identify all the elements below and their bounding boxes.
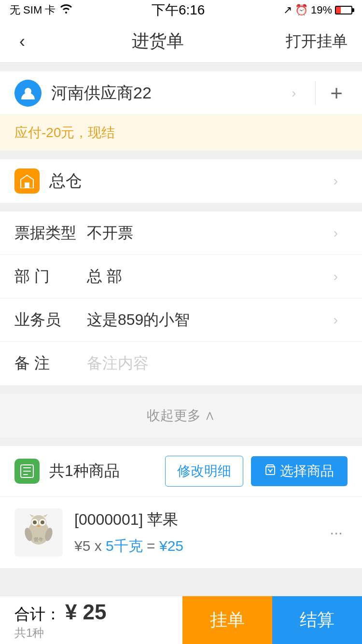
total-label: 合计： — [14, 605, 61, 623]
cart-icon — [265, 463, 276, 479]
supplier-row[interactable]: 河南供应商22 › + — [0, 71, 362, 115]
price-equals: = — [147, 538, 159, 554]
department-label: 部 门 — [14, 266, 82, 287]
select-product-label: 选择商品 — [280, 462, 334, 480]
status-right: ↗ ⏰ 19% — [283, 4, 352, 16]
warehouse-chevron-icon: › — [334, 173, 338, 189]
product-thumbnail: 督牛 — [14, 508, 63, 557]
invoice-type-label: 票据类型 — [14, 223, 82, 244]
location-icon: ↗ — [283, 4, 292, 16]
checkout-button[interactable]: 结算 — [272, 596, 362, 644]
svg-marker-14 — [43, 514, 48, 517]
form-section: 票据类型 不开票 › 部 门 总 部 › 业务员 这是859的小智 › 备 注 … — [0, 211, 362, 385]
back-button[interactable]: ‹ — [14, 27, 30, 56]
wifi-icon — [59, 4, 73, 16]
remark-value: 备注内容 — [82, 353, 348, 374]
products-count: 共1种商品 — [49, 461, 165, 482]
total-section: 合计： ¥ 25 共1种 — [0, 600, 182, 641]
status-bar: 无 SIM 卡 下午6:16 ↗ ⏰ 19% — [0, 0, 362, 20]
supplier-alert: 应付-20元，现结 — [0, 115, 362, 151]
product-info: [0000001] 苹果 ¥5 x 5千克 = ¥25 — [74, 509, 325, 556]
svg-marker-13 — [29, 514, 34, 517]
total-count: 共1种 — [14, 625, 168, 641]
price-quantity: 5千克 — [106, 538, 143, 554]
supplier-name: 河南供应商22 — [51, 82, 292, 104]
products-section: 共1种商品 修改明细 选择商品 — [0, 446, 362, 569]
products-icon — [14, 459, 40, 484]
battery-percent: 19% — [311, 4, 332, 16]
nav-bar: ‹ 进货单 打开挂单 — [0, 20, 362, 63]
svg-point-11 — [41, 520, 44, 524]
department-chevron-icon: › — [334, 269, 338, 284]
product-more-button[interactable]: ··· — [325, 519, 348, 546]
svg-rect-1 — [25, 182, 29, 188]
pending-button[interactable]: 挂单 — [182, 596, 272, 644]
product-title: 苹果 — [147, 511, 178, 528]
total-row: 合计： ¥ 25 — [14, 600, 168, 625]
supplier-section: 河南供应商22 › + 应付-20元，现结 — [0, 71, 362, 151]
salesperson-value: 这是859的小智 — [82, 309, 334, 331]
warehouse-row[interactable]: 总仓 › — [0, 159, 362, 203]
supplier-avatar — [14, 80, 42, 107]
total-amount: ¥ 25 — [65, 600, 107, 624]
alarm-icon: ⏰ — [295, 4, 308, 16]
product-item: 督牛 [0000001] 苹果 ¥5 x 5千克 = ¥25 ··· — [0, 497, 362, 569]
salesperson-row[interactable]: 业务员 这是859的小智 › — [0, 298, 362, 342]
warehouse-icon — [14, 168, 40, 194]
products-header: 共1种商品 修改明细 选择商品 — [0, 446, 362, 497]
select-product-button[interactable]: 选择商品 — [251, 456, 348, 486]
invoice-type-value: 不开票 — [82, 223, 334, 244]
department-row[interactable]: 部 门 总 部 › — [0, 255, 362, 298]
product-price: ¥5 x 5千克 = ¥25 — [74, 536, 325, 556]
battery-icon — [335, 6, 352, 14]
carrier-label: 无 SIM 卡 — [10, 3, 56, 17]
svg-point-10 — [33, 520, 37, 524]
price-total: ¥25 — [159, 538, 183, 554]
page-title: 进货单 — [132, 29, 184, 53]
collapse-bar[interactable]: 收起更多 ∧ — [0, 394, 362, 437]
price-unit: ¥5 — [74, 538, 90, 554]
department-value: 总 部 — [82, 266, 334, 287]
warehouse-name: 总仓 — [49, 170, 334, 192]
bottom-bar: 合计： ¥ 25 共1种 挂单 结算 — [0, 596, 362, 644]
open-pending-button[interactable]: 打开挂单 — [286, 31, 348, 52]
add-supplier-button[interactable]: + — [325, 81, 348, 105]
salesperson-label: 业务员 — [14, 309, 82, 331]
edit-detail-button[interactable]: 修改明细 — [165, 456, 243, 487]
status-time: 下午6:16 — [152, 1, 205, 19]
status-left: 无 SIM 卡 — [10, 3, 73, 17]
product-code: [0000001] — [74, 511, 147, 528]
price-separator: x — [95, 538, 106, 554]
remark-label: 备 注 — [14, 353, 82, 374]
warehouse-section: 总仓 › — [0, 159, 362, 203]
divider — [315, 81, 316, 105]
product-name: [0000001] 苹果 — [74, 509, 325, 531]
invoice-type-row[interactable]: 票据类型 不开票 › — [0, 211, 362, 255]
product-thumb-icon: 督牛 — [22, 513, 56, 552]
supplier-chevron-icon: › — [292, 85, 296, 101]
salesperson-chevron-icon: › — [334, 312, 338, 328]
invoice-chevron-icon: › — [334, 225, 338, 241]
svg-text:督牛: 督牛 — [34, 537, 43, 542]
remark-row[interactable]: 备 注 备注内容 — [0, 342, 362, 385]
